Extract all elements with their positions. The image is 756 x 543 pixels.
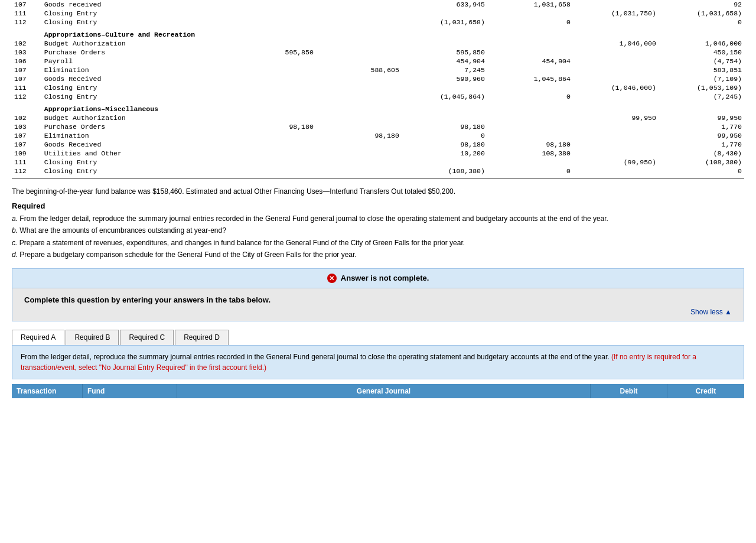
row-col3: 595,850: [402, 48, 487, 57]
row-col6: 1,770: [659, 122, 744, 131]
row-col6: (1,053,109): [659, 83, 744, 92]
row-num: 102: [12, 113, 42, 122]
row-col3: [402, 83, 487, 92]
tab-required-b[interactable]: Required B: [66, 330, 119, 345]
tab-required-d[interactable]: Required D: [175, 330, 229, 345]
tab-required-a[interactable]: Required A: [12, 330, 64, 345]
table-row: 103 Purchase Orders 98,180 98,180 1,770: [12, 122, 744, 131]
row-col2: [316, 140, 402, 149]
col-header-debit: Debit: [591, 384, 667, 398]
row-num: 112: [12, 167, 42, 175]
answer-banner-text: Answer is not complete.: [341, 274, 429, 282]
row-col4: 108,380: [487, 149, 573, 158]
row-col3: [402, 113, 487, 122]
row-desc: Budget Authorization: [42, 113, 230, 122]
row-col2: [316, 48, 402, 57]
tabs-area: Required A Required B Required C Require…: [12, 330, 744, 398]
table-row: 103 Purchase Orders 595,850 595,850 450,…: [12, 48, 744, 57]
row-col1: 595,850: [230, 48, 316, 57]
show-less-button[interactable]: Show less ▲: [24, 308, 732, 316]
row-col5: [573, 18, 659, 27]
row-col5: 99,950: [573, 113, 659, 122]
row-col3: (1,045,864): [402, 92, 487, 101]
tabs-container: Required A Required B Required C Require…: [12, 330, 744, 345]
row-col6: 1,046,000: [659, 39, 744, 48]
ledger-section: 107 Goods received 633,945 1,031,658 92 …: [12, 0, 744, 179]
row-col6: 1,770: [659, 140, 744, 149]
row-num: 107: [12, 74, 42, 83]
row-col2: [316, 0, 402, 9]
row-col1: [230, 113, 316, 122]
row-num: 107: [12, 0, 42, 9]
row-col4: [487, 83, 573, 92]
row-col2: [316, 113, 402, 122]
table-row: 112 Closing Entry (1,045,864) 0 (7,245): [12, 92, 744, 101]
row-desc: Closing Entry: [42, 9, 230, 18]
row-col1: [230, 149, 316, 158]
row-num: 106: [12, 57, 42, 66]
complete-section: Complete this question by entering your …: [12, 288, 744, 321]
row-col5: [573, 0, 659, 9]
row-col2: [316, 149, 402, 158]
row-col5: [573, 74, 659, 83]
ledger-table: 107 Goods received 633,945 1,031,658 92 …: [12, 0, 744, 175]
row-num: 107: [12, 140, 42, 149]
row-col5: (99,950): [573, 158, 659, 167]
row-col4: [487, 39, 573, 48]
row-col1: [230, 9, 316, 18]
questions-block: a. From the ledger detail, reproduce the…: [12, 213, 744, 261]
row-col3: 633,945: [402, 0, 487, 9]
row-col2: [316, 9, 402, 18]
row-col1: [230, 92, 316, 101]
table-row: 102 Budget Authorization 1,046,000 1,046…: [12, 39, 744, 48]
row-col1: [230, 39, 316, 48]
row-col6: (108,380): [659, 158, 744, 167]
row-col2: [316, 92, 402, 101]
row-col4: 1,031,658: [487, 0, 573, 9]
section-header-culture: Appropriations–Culture and Recreation: [12, 30, 744, 39]
row-col4: [487, 158, 573, 167]
row-num: 103: [12, 122, 42, 131]
table-row: 102 Budget Authorization 99,950 99,950: [12, 113, 744, 122]
row-desc: Goods received: [42, 0, 230, 9]
row-col6: (7,245): [659, 92, 744, 101]
row-col2: [316, 74, 402, 83]
row-col3: 10,200: [402, 149, 487, 158]
row-desc: Closing Entry: [42, 83, 230, 92]
row-col4: 98,180: [487, 140, 573, 149]
row-col3: 7,245: [402, 66, 487, 74]
col-header-general-journal: General Journal: [177, 384, 591, 398]
row-desc: Elimination: [42, 131, 230, 140]
row-col6: (8,430): [659, 149, 744, 158]
row-col5: (1,046,000): [573, 83, 659, 92]
tab-instruction-text: From the ledger detail, reproduce the su…: [21, 353, 610, 361]
row-col2: [316, 83, 402, 92]
required-label: Required: [12, 201, 744, 210]
tab-content-required-a: From the ledger detail, reproduce the su…: [12, 345, 744, 379]
row-col5: [573, 57, 659, 66]
row-col3: [402, 158, 487, 167]
row-num: 112: [12, 18, 42, 27]
question-b: b. What are the amounts of encumbrances …: [12, 225, 744, 236]
row-col3: [402, 39, 487, 48]
tab-required-c[interactable]: Required C: [120, 330, 174, 345]
question-d: d. Prepare a budgetary comparison schedu…: [12, 249, 744, 261]
row-desc: Closing Entry: [42, 167, 230, 175]
row-col5: [573, 66, 659, 74]
row-col1: 98,180: [230, 122, 316, 131]
transaction-table-header: Transaction Fund General Journal Debit C…: [12, 384, 744, 398]
table-row: 107 Goods Received 98,180 98,180 1,770: [12, 140, 744, 149]
row-desc: Payroll: [42, 57, 230, 66]
table-row: 107 Elimination 98,180 0 99,950: [12, 131, 744, 140]
table-row: 107 Goods Received 590,960 1,045,864 (7,…: [12, 74, 744, 83]
table-row: 111 Closing Entry (1,046,000) (1,053,109…: [12, 83, 744, 92]
table-row: 112 Closing Entry (1,031,658) 0 0: [12, 18, 744, 27]
row-col2: [316, 57, 402, 66]
table-row: 107 Goods received 633,945 1,031,658 92: [12, 0, 744, 9]
row-col3: 0: [402, 131, 487, 140]
row-col2: [316, 122, 402, 131]
row-col6: (1,031,658): [659, 9, 744, 18]
row-desc: Elimination: [42, 66, 230, 74]
row-col4: [487, 113, 573, 122]
row-col4: [487, 9, 573, 18]
